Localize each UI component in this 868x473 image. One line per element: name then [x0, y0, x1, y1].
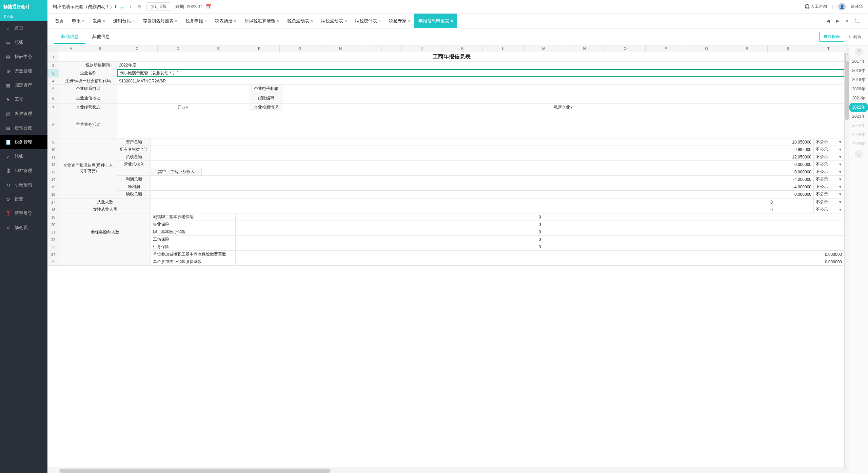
close-icon[interactable]: × [378, 19, 381, 23]
row-header[interactable]: 6 [47, 93, 59, 103]
col-header[interactable]: G [280, 45, 320, 52]
tab-2[interactable]: 发票× [88, 14, 109, 29]
username[interactable]: 徐泽华 [851, 4, 863, 10]
nav-item-3[interactable]: ⊕资金管理 [0, 64, 47, 78]
tab-8[interactable]: 税负波动表× [283, 14, 317, 29]
publicity-dropdown[interactable]: 不公示▼ [814, 183, 844, 190]
publicity-dropdown[interactable]: 不公示▼ [814, 176, 844, 183]
sub-tab-0[interactable]: 基础信息 [54, 30, 85, 44]
col-header[interactable]: K [442, 45, 483, 52]
value-cell[interactable]: 0 [236, 228, 844, 235]
row-header[interactable]: 7 [47, 104, 59, 111]
col-header[interactable]: D [158, 45, 198, 52]
tab-close-all-button[interactable]: ✕ [844, 18, 851, 24]
period-selector[interactable]: 账期 2023-11 📅 [175, 4, 211, 10]
nav-item-8[interactable]: 🧾税务管理 [0, 135, 47, 149]
row-header[interactable]: 5 [47, 85, 59, 93]
row-header[interactable]: 8 [47, 111, 59, 138]
nav-item-11[interactable]: ↻小畅报销 [0, 178, 47, 192]
close-icon[interactable]: × [344, 19, 347, 23]
col-header[interactable]: A [59, 45, 83, 52]
panel-toggle[interactable]: ‹ [846, 48, 849, 61]
close-icon[interactable]: × [451, 19, 453, 23]
nav-item-9[interactable]: ✓结账 [0, 149, 47, 164]
publicity-dropdown[interactable]: 不公示▼ [814, 198, 844, 206]
row-header[interactable]: 25 [47, 258, 59, 265]
col-header[interactable]: Q [686, 45, 727, 52]
value-cell[interactable]: 2022年度 [117, 62, 844, 69]
row-header[interactable]: 4 [47, 77, 59, 84]
nav-item-4[interactable]: ▦固定资产 [0, 78, 47, 92]
close-icon[interactable]: × [82, 19, 84, 23]
row-header[interactable]: 14 [47, 176, 59, 183]
value-cell[interactable]: 0.000000 [151, 191, 814, 198]
nav-item-1[interactable]: ▭总账 [0, 35, 47, 50]
row-header[interactable]: 18 [47, 206, 59, 213]
value-cell[interactable]: -4.000000 [151, 183, 814, 190]
nav-item-12[interactable]: ⚙设置 [0, 192, 47, 206]
row-header[interactable]: 11 [47, 153, 59, 161]
col-header[interactable]: I [361, 45, 402, 52]
value-cell[interactable]: 91320811MA7NGR2W6R [117, 77, 844, 84]
publicity-dropdown[interactable]: 不公示▼ [814, 206, 844, 213]
col-header[interactable]: T [808, 45, 849, 52]
row-header[interactable]: 20 [47, 221, 59, 228]
dropdown-cell[interactable]: 开业▼ [117, 104, 249, 111]
nav-item-2[interactable]: ▤报表中心 [0, 50, 47, 64]
year-item[interactable]: 2019年 [849, 75, 868, 84]
tab-0[interactable]: 首页 [51, 14, 68, 29]
row-header[interactable]: 23 [47, 243, 59, 251]
vertical-scrollbar[interactable] [844, 52, 849, 468]
value-cell[interactable]: 0 [151, 198, 814, 206]
close-icon[interactable]: × [204, 19, 207, 23]
col-header[interactable]: C [117, 45, 158, 52]
close-icon[interactable]: × [408, 19, 410, 23]
value-cell[interactable]: 0 [236, 243, 844, 250]
value-cell[interactable] [283, 85, 844, 93]
value-cell[interactable]: 18.050000 [151, 138, 814, 146]
tab-7[interactable]: 所得税汇算清缴× [240, 14, 283, 29]
year-item[interactable]: 2021年 [849, 94, 868, 103]
value-cell[interactable]: 0.000000 [202, 168, 814, 175]
tab-6[interactable]: 税表清册× [211, 14, 240, 29]
publicity-dropdown[interactable]: 不公示▼ [814, 168, 844, 175]
nav-item-10[interactable]: 🗄归档管理 [0, 164, 47, 178]
close-icon[interactable]: × [132, 19, 135, 23]
year-item[interactable]: 2018年 [849, 66, 868, 75]
year-item[interactable]: 2023年 [849, 112, 868, 121]
selected-cell[interactable]: 刘小艳演示账套（勿删勿动！）1 [117, 69, 844, 77]
col-header[interactable]: H [320, 45, 361, 52]
close-icon[interactable]: × [175, 19, 177, 23]
nav-item-14[interactable]: V畅会员 [0, 221, 47, 235]
col-header[interactable]: O [605, 45, 646, 52]
account-selector[interactable]: 刘小艳演示账套（勿删勿动！）1 ⌄ [53, 3, 124, 10]
year-up-button[interactable]: ⌃ [855, 48, 863, 56]
publicity-dropdown[interactable]: 不公示▼ [814, 191, 844, 198]
tab-12[interactable]: 年报信息申报表× [414, 14, 457, 29]
row-header[interactable]: 19 [47, 213, 59, 221]
row-header[interactable]: 16 [47, 191, 59, 198]
tab-prev-button[interactable]: ◀ [825, 18, 831, 24]
col-header[interactable]: L [483, 45, 524, 52]
row-header[interactable]: 17 [47, 198, 59, 206]
col-header[interactable]: P [646, 45, 686, 52]
col-header[interactable]: M [524, 45, 564, 52]
row-header[interactable]: 12 [47, 161, 59, 168]
col-header[interactable]: S [768, 45, 808, 52]
publicity-dropdown[interactable]: 不公示▼ [814, 138, 844, 146]
tab-4[interactable]: 存货别名对照表× [139, 14, 181, 29]
value-cell[interactable] [117, 85, 249, 93]
nav-item-7[interactable]: ▨进销台账 [0, 121, 47, 135]
col-header[interactable]: E [198, 45, 239, 52]
value-cell[interactable]: 0 [236, 221, 844, 228]
spreadsheet-body[interactable]: 1 工商年报信息表 2 税款所属期间：2022年度 3 企业名称刘小艳演示账套（… [47, 52, 844, 468]
tab-5[interactable]: 税务申报× [181, 14, 211, 29]
tab-11[interactable]: 税检专家× [385, 14, 414, 29]
tab-1[interactable]: 申报× [68, 14, 88, 29]
support-link[interactable]: 🎧 人工咨询 [805, 4, 827, 10]
reset-button[interactable]: 重置报表 [819, 32, 844, 42]
close-icon[interactable]: × [277, 19, 279, 23]
value-cell[interactable]: 12.050000 [151, 153, 814, 160]
col-header[interactable]: F [239, 45, 280, 52]
row-header[interactable]: 3 [47, 69, 59, 77]
